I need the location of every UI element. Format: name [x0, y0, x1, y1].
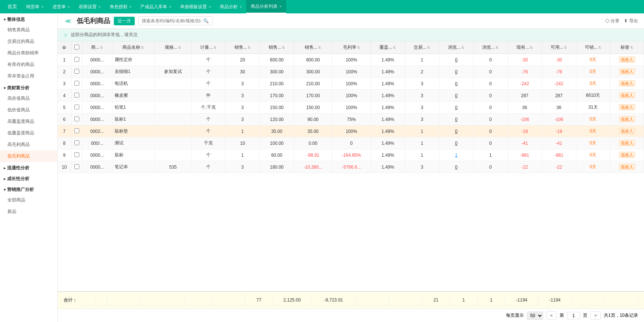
- select-all-checkbox[interactable]: [74, 45, 79, 50]
- views1-link[interactable]: 0: [455, 57, 458, 63]
- nav-permission[interactable]: 权限设置×: [74, 0, 105, 13]
- row-spec: [155, 90, 191, 102]
- sidebar-group-marketing[interactable]: ▾ 营销推广分析: [0, 184, 57, 194]
- row-stock-current: -19: [507, 125, 542, 137]
- close-icon[interactable]: ×: [240, 5, 242, 9]
- search-input[interactable]: [142, 18, 201, 23]
- sidebar-item-new-goods[interactable]: 新品: [0, 206, 57, 217]
- sidebar-item-high-value[interactable]: 高价值商品: [0, 93, 57, 104]
- row-spec: [155, 54, 191, 66]
- col-stock-available: 可用...⇅: [542, 41, 576, 54]
- row-checkbox-cell[interactable]: [71, 137, 82, 149]
- views1-link[interactable]: 0: [455, 69, 458, 74]
- sidebar-item-high-coverage[interactable]: 高覆盖度商品: [0, 116, 57, 127]
- views1-link[interactable]: 0: [455, 117, 458, 122]
- nav-role-auth[interactable]: 角色授权×: [105, 0, 136, 13]
- page-size-select[interactable]: 50: [527, 312, 543, 320]
- col-checkbox[interactable]: [71, 41, 82, 54]
- sidebar-group-growth[interactable]: ▸ 成长性分析: [0, 173, 57, 184]
- row-views1[interactable]: 0: [439, 54, 473, 66]
- close-icon[interactable]: ×: [209, 5, 211, 9]
- row-views1[interactable]: 1: [439, 149, 473, 161]
- chevron-down-icon: ▾: [4, 17, 6, 22]
- nav-sales-order[interactable]: 销货单×: [22, 0, 48, 13]
- search-box[interactable]: 🔍: [138, 16, 213, 25]
- sidebar-group-liquidity[interactable]: ▸ 流通性分析: [0, 162, 57, 173]
- row-checkbox-cell[interactable]: [71, 149, 82, 161]
- page-number-input[interactable]: [567, 312, 580, 319]
- views1-link[interactable]: 0: [455, 81, 458, 86]
- row-checkbox-cell[interactable]: [71, 78, 82, 90]
- sidebar-item-sales-goods[interactable]: 销售类商品: [0, 24, 57, 36]
- sidebar-item-traded-goods[interactable]: 交易过的商品: [0, 36, 57, 47]
- row-views1[interactable]: 0: [439, 137, 473, 149]
- row-views1[interactable]: 0: [439, 90, 473, 102]
- close-icon[interactable]: ×: [41, 5, 44, 9]
- nav-product-inbound[interactable]: 产成品入库单×: [136, 0, 176, 13]
- row-checkbox-cell[interactable]: [71, 90, 82, 102]
- close-icon[interactable]: ×: [68, 5, 70, 9]
- row-checkbox-cell[interactable]: [71, 125, 82, 137]
- period-button[interactable]: 近一月: [114, 17, 135, 25]
- views1-link[interactable]: 0: [455, 105, 458, 110]
- row-checkbox-cell[interactable]: [71, 102, 82, 114]
- row-views1[interactable]: 0: [439, 125, 473, 137]
- row-tag: 低收入: [610, 66, 644, 78]
- row-tag: 低收入: [610, 102, 644, 114]
- close-icon[interactable]: ×: [99, 5, 101, 9]
- export-button[interactable]: ⬆ 导出: [624, 18, 638, 24]
- nav-product-analysis-list[interactable]: 商品分析列表×: [246, 0, 286, 13]
- next-page-button[interactable]: ＞: [590, 311, 601, 320]
- sidebar-item-category-rate[interactable]: 商品分类助销率: [0, 47, 57, 59]
- row-name: 吴细细1: [112, 66, 155, 78]
- sidebar-item-stock-capital[interactable]: 库存资金占用: [0, 70, 57, 82]
- close-icon[interactable]: ×: [279, 4, 282, 9]
- row-checkbox[interactable]: [74, 117, 79, 121]
- row-checkbox-cell[interactable]: [71, 54, 82, 66]
- nav-home[interactable]: 首页: [3, 0, 22, 13]
- row-views1[interactable]: 0: [439, 102, 473, 114]
- row-checkbox[interactable]: [74, 164, 79, 169]
- row-views1[interactable]: 0: [439, 66, 473, 78]
- row-checkbox[interactable]: [74, 128, 79, 133]
- row-checkbox[interactable]: [74, 105, 79, 109]
- row-checkbox[interactable]: [74, 140, 79, 145]
- close-icon[interactable]: ×: [129, 5, 132, 9]
- views1-link[interactable]: 0: [455, 129, 458, 134]
- row-checkbox-cell[interactable]: [71, 66, 82, 78]
- row-unit: 个,千克: [191, 102, 225, 114]
- views1-link[interactable]: 0: [455, 93, 458, 98]
- search-icon[interactable]: 🔍: [203, 18, 209, 23]
- row-views1[interactable]: 0: [439, 78, 473, 90]
- close-icon[interactable]: ×: [169, 5, 171, 9]
- views1-link[interactable]: 1: [455, 153, 458, 158]
- sidebar-group-general[interactable]: ▾ 整体信息: [0, 13, 57, 24]
- row-checkbox-cell[interactable]: [71, 161, 82, 173]
- sidebar-item-high-margin[interactable]: 高毛利商品: [0, 139, 57, 150]
- share-button[interactable]: ⬡ 分享: [605, 18, 619, 24]
- row-checkbox[interactable]: [74, 93, 79, 98]
- nav-template-settings[interactable]: 单据模板设置×: [176, 0, 215, 13]
- col-settings[interactable]: ⚙: [58, 41, 71, 54]
- row-views1[interactable]: 0: [439, 114, 473, 125]
- row-checkbox[interactable]: [74, 152, 79, 157]
- prev-page-button[interactable]: ＜: [546, 311, 557, 320]
- sidebar-item-low-margin[interactable]: 低毛利商品: [0, 150, 57, 162]
- collapse-button[interactable]: ≪: [64, 17, 73, 25]
- sidebar-item-all-goods[interactable]: 全部商品: [0, 194, 57, 206]
- col-gross-rate: 毛利率⇅: [332, 41, 371, 54]
- sidebar-group-wealth[interactable]: ▾ 类财富分析: [0, 82, 57, 93]
- sidebar-item-stocked-goods[interactable]: 有库存的商品: [0, 59, 57, 70]
- row-checkbox[interactable]: [74, 81, 79, 86]
- nav-product-analysis[interactable]: 商品分析×: [215, 0, 246, 13]
- sidebar-item-low-coverage[interactable]: 低覆盖度商品: [0, 127, 57, 139]
- row-name: 铅笔1: [112, 102, 155, 114]
- views1-link[interactable]: 0: [455, 141, 458, 146]
- row-checkbox[interactable]: [74, 57, 79, 62]
- sidebar-item-low-value[interactable]: 低价值商品: [0, 104, 57, 116]
- nav-purchase-order[interactable]: 进货单×: [48, 0, 74, 13]
- row-views1[interactable]: 0: [439, 161, 473, 173]
- row-checkbox[interactable]: [74, 69, 79, 74]
- row-checkbox-cell[interactable]: [71, 114, 82, 125]
- views1-link[interactable]: 0: [455, 165, 458, 170]
